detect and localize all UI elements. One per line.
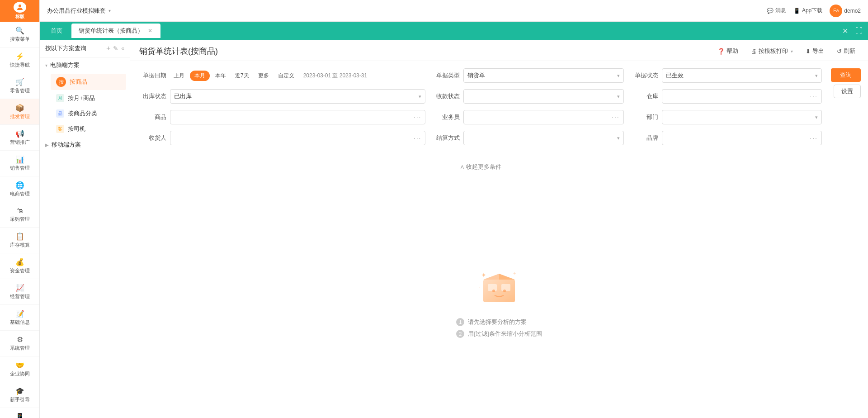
svg-point-6 [492, 290, 495, 292]
receipt-status-chevron: ▾ [617, 94, 620, 100]
filter-field-payment: 结算方式 ▾ [433, 131, 623, 145]
app-selector[interactable]: 办公用品行业模拟账套 ▾ [47, 7, 111, 15]
scheme-item-by-month-product[interactable]: 月 按月+商品 [51, 91, 126, 105]
tab-minimize-btn[interactable]: ✕ [840, 25, 850, 37]
date-tab-more[interactable]: 更多 [255, 71, 273, 81]
svg-point-0 [19, 5, 21, 7]
app-download-label: App下载 [802, 7, 822, 14]
sidebar-item-inventory[interactable]: 📋 库存核算 [0, 228, 39, 253]
doc-type-input[interactable]: 销货单 ▾ [463, 68, 623, 83]
sidebar-label-sales: 销售管理 [10, 165, 30, 171]
scheme-item-by-customer[interactable]: 客 按司机 [51, 122, 126, 136]
svg-text:✦: ✦ [513, 271, 516, 276]
sidebar-label-enterprise: 企业协同 [10, 370, 30, 377]
query-button[interactable]: 查询 [831, 68, 861, 82]
refresh-btn[interactable]: ↺ 刷新 [833, 45, 859, 57]
empty-state: ✦ ✦ · 1 请先选择要分析的方案 2 用[过滤]条件来缩小分析范围 [130, 175, 868, 418]
date-tabs: 上月 本月 本年 近7天 更多 自定义 [170, 71, 298, 81]
receiver-input[interactable]: ··· [170, 131, 425, 145]
filter-field-dept: 部门 ▾ [631, 110, 822, 124]
svg-text:·: · [479, 285, 480, 290]
sidebar-item-system[interactable]: ⚙ 系统管理 [0, 331, 39, 356]
sidebar-item-basic-info[interactable]: 📝 基础信息 [0, 305, 39, 331]
sidebar-item-ecommerce[interactable]: 🌐 电商管理 [0, 176, 39, 202]
export-icon: ⬇ [806, 48, 811, 55]
sidebar-item-retail[interactable]: 🛒 零售管理 [0, 73, 39, 99]
product-input[interactable]: ··· [170, 110, 425, 124]
sidebar-item-search[interactable]: 🔍 搜索菜单 [0, 22, 39, 48]
sidebar-label-basic-info: 基础信息 [10, 319, 30, 326]
brand-input[interactable]: ··· [662, 131, 822, 145]
scheme-item-by-product[interactable]: 按 按商品 [51, 74, 126, 90]
scheme-item-by-category[interactable]: 品 按商品分类 [51, 106, 126, 121]
sidebar-item-quick-nav[interactable]: ⚡ 快捷导航 [0, 48, 39, 73]
tab-bar-actions: ✕ ⛶ [840, 25, 864, 37]
tab-home[interactable]: 首页 [43, 24, 70, 38]
dept-input[interactable]: ▾ [662, 110, 822, 124]
receipt-status-input[interactable]: ▾ [463, 89, 623, 104]
help-btn[interactable]: ❓ 帮助 [714, 45, 742, 57]
header-actions: 💬 消息 📱 App下载 Ea demo2 [767, 5, 861, 17]
export-btn[interactable]: ⬇ 导出 [802, 45, 828, 57]
sidebar-label-retail: 零售管理 [10, 87, 30, 94]
app-download-btn[interactable]: 📱 App下载 [793, 7, 822, 14]
ecommerce-icon: 🌐 [15, 181, 24, 190]
filter-field-out-status: 出库状态 已出库 ▾ [139, 89, 425, 104]
doc-type-label: 单据类型 [433, 71, 460, 80]
tab-sales-stat[interactable]: 销货单统计表（按商品） ✕ [71, 24, 160, 38]
sidebar-item-wholesale[interactable]: 📦 批发管理 [0, 99, 39, 125]
brand-dots: ··· [810, 134, 818, 142]
out-status-input[interactable]: 已出库 ▾ [170, 89, 425, 104]
sidebar-item-operations[interactable]: 📈 经营管理 [0, 279, 39, 305]
scheme-collapse-btn[interactable]: « [121, 45, 124, 52]
date-tab-7days[interactable]: 近7天 [231, 71, 253, 81]
date-tab-this-year[interactable]: 本年 [212, 71, 230, 81]
sidebar-item-purchase[interactable]: 🛍 采购管理 [0, 202, 39, 228]
app-selector-label: 办公用品行业模拟账套 [47, 7, 106, 15]
date-tab-this-month[interactable]: 本月 [190, 71, 210, 81]
sidebar-label-marketing: 营销推广 [10, 139, 30, 146]
doc-status-input[interactable]: 已生效 ▾ [662, 68, 822, 83]
scheme-panel-title: 按以下方案查询 [45, 44, 86, 52]
payment-input[interactable]: ▾ [463, 131, 623, 145]
filter-area: 销货单统计表(按商品) ❓ 帮助 🖨 按模板打印 ▾ ⬇ 导出 [130, 40, 868, 418]
avatar: Ea [830, 5, 842, 17]
tab-close-btn[interactable]: ✕ [147, 27, 153, 35]
tab-home-label: 首页 [51, 27, 62, 35]
salesperson-dots: ··· [612, 114, 620, 121]
sidebar-label-wholesale: 批发管理 [10, 113, 30, 120]
page-title-bar: 销货单统计表(按商品) ❓ 帮助 🖨 按模板打印 ▾ ⬇ 导出 [130, 40, 868, 61]
date-label: 单据日期 [139, 71, 166, 80]
scheme-category-mobile[interactable]: ▶ 移动端方案 [40, 137, 130, 152]
search-icon: 🔍 [15, 26, 24, 35]
sidebar-item-app-center[interactable]: 📱 应用中心 [0, 408, 39, 418]
tab-maximize-btn[interactable]: ⛶ [854, 25, 864, 37]
out-status-label: 出库状态 [139, 92, 166, 100]
system-icon: ⚙ [17, 335, 23, 344]
scheme-edit-btn[interactable]: ✎ [113, 45, 118, 52]
app-logo: 标版 [0, 0, 39, 22]
sidebar-item-newbie[interactable]: 🎓 新手引导 [0, 382, 39, 408]
out-status-chevron: ▾ [419, 94, 421, 100]
sidebar-item-marketing[interactable]: 📢 营销推广 [0, 125, 39, 151]
date-tab-last-month[interactable]: 上月 [170, 71, 188, 81]
collapse-more-btn[interactable]: ∧ 收起更多条件 [130, 159, 831, 175]
sidebar-item-enterprise[interactable]: 🤝 企业协同 [0, 356, 39, 382]
user-profile[interactable]: Ea demo2 [830, 5, 861, 17]
sidebar-item-sales[interactable]: 📊 销售管理 [0, 151, 39, 176]
salesperson-input[interactable]: ··· [463, 110, 623, 124]
scheme-category-pc[interactable]: ▾ 电脑端方案 [40, 57, 130, 73]
settings-button[interactable]: 设置 [834, 85, 861, 98]
sidebar-item-finance[interactable]: 💰 资金管理 [0, 253, 39, 279]
scheme-add-btn[interactable]: + [106, 44, 110, 52]
warehouse-input[interactable]: ··· [662, 89, 822, 104]
print-icon: 🖨 [751, 48, 757, 55]
app-name: 标版 [15, 14, 24, 20]
message-btn[interactable]: 💬 消息 [767, 7, 786, 14]
tab-sales-stat-label: 销货单统计表（按商品） [79, 27, 143, 35]
template-print-btn[interactable]: 🖨 按模板打印 ▾ [747, 45, 797, 57]
scheme-panel-header: 按以下方案查询 + ✎ « [40, 40, 130, 57]
receiver-label: 收货人 [139, 134, 166, 142]
filter-field-brand: 品牌 ··· [631, 131, 822, 145]
date-tab-custom[interactable]: 自定义 [274, 71, 298, 81]
